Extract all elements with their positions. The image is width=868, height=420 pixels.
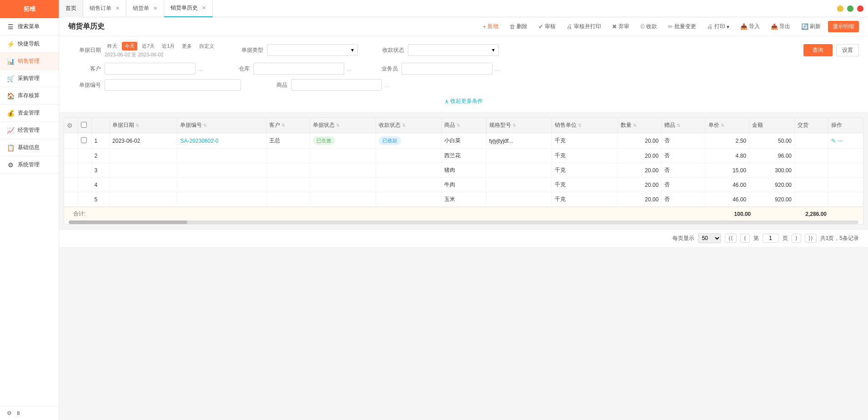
customer-input[interactable] xyxy=(105,63,196,75)
sidebar-item-operations[interactable]: 📈 经营管理 xyxy=(0,122,59,139)
next-page-button[interactable]: ⟩ xyxy=(792,234,801,243)
tab-sales-order-close[interactable]: ✕ xyxy=(115,5,120,11)
last-page-button[interactable]: ⟩⟩ xyxy=(805,234,817,243)
search-button[interactable]: 查询 xyxy=(803,44,833,56)
goods-input[interactable] xyxy=(291,79,382,91)
warehouse-input[interactable] xyxy=(253,63,344,75)
collect-button[interactable]: © 收款 xyxy=(637,21,661,32)
date-tag-7days[interactable]: 近7天 xyxy=(139,42,157,50)
print-button[interactable]: 🖨 打印 ▾ xyxy=(703,21,733,32)
cell-gift-0: 否 xyxy=(662,133,705,149)
refresh-button[interactable]: 🔄 刷新 xyxy=(798,21,824,32)
tab-sales-delivery-close[interactable]: ✕ xyxy=(153,5,157,11)
cell-customer-0: 王总 xyxy=(266,133,310,149)
first-page-button[interactable]: ⟨⟨ xyxy=(725,234,737,243)
tab-sales-order-label: 销售订单 xyxy=(90,5,111,12)
th-price[interactable]: 单价 ⇅ xyxy=(705,118,749,133)
select-all-checkbox[interactable] xyxy=(81,122,87,128)
salesperson-input[interactable] xyxy=(401,63,492,75)
th-gift[interactable]: 赠品 ⇅ xyxy=(662,118,705,133)
th-spec[interactable]: 规格型号 ⇅ xyxy=(486,118,552,133)
minimize-btn[interactable] xyxy=(837,5,843,12)
scrollbar-thumb[interactable] xyxy=(69,220,187,224)
tab-sales-history-close[interactable]: ✕ xyxy=(202,5,206,11)
summary-total-qty: 100.00 xyxy=(734,211,751,217)
date-tag-custom[interactable]: 自定义 xyxy=(196,42,217,50)
th-amount: 金额 xyxy=(749,118,795,133)
salesperson-dots[interactable]: ... xyxy=(495,65,500,72)
add-button[interactable]: + 新增 xyxy=(479,21,502,32)
customer-sort-icon: ⇅ xyxy=(281,123,285,128)
page-size-select[interactable]: 50 100 xyxy=(698,233,721,243)
delete-button[interactable]: 🗑 删除 xyxy=(506,21,531,32)
date-tag-more[interactable]: 更多 xyxy=(179,42,195,50)
table-settings-icon[interactable]: ⚙ xyxy=(67,122,73,129)
sidebar-item-sys-mgmt[interactable]: ⚙ 系统管理 xyxy=(0,156,59,174)
audit-icon: ✔ xyxy=(538,23,543,30)
export-button[interactable]: 📤 导出 xyxy=(767,21,794,32)
goods-dots[interactable]: ... xyxy=(384,81,390,89)
tab-home[interactable]: 首页 xyxy=(59,0,83,17)
th-doc-status[interactable]: 单据状态 ⇅ xyxy=(310,118,376,133)
audit-button[interactable]: ✔ 审核 xyxy=(535,21,559,32)
cell-date-1 xyxy=(110,149,177,163)
action-edit-0[interactable]: ✎ xyxy=(831,138,836,144)
abandon-button[interactable]: ✖ 弃审 xyxy=(608,21,633,32)
payment-status-select[interactable]: ▾ xyxy=(408,44,499,56)
horizontal-scrollbar[interactable] xyxy=(69,220,858,224)
audit-print-button[interactable]: 🖨 审核并打印 xyxy=(563,21,605,32)
maximize-btn[interactable] xyxy=(847,5,853,12)
warehouse-dots[interactable]: ... xyxy=(346,65,352,72)
docno-input[interactable] xyxy=(105,79,241,91)
collapse-filter-button[interactable]: ∧ 收起更多条件 xyxy=(68,95,859,107)
cell-unit-4: 千克 xyxy=(552,192,618,207)
sidebar: 拓维 ☰ 搜索菜单 ⚡ 快捷导航 📊 销售管理 🛒 采购管理 🏠 库存核算 💰 … xyxy=(0,0,59,420)
tab-sales-order[interactable]: 销售订单 ✕ xyxy=(83,0,126,17)
page-number-input[interactable] xyxy=(763,234,779,243)
prev-page-button[interactable]: ⟨ xyxy=(740,234,750,243)
cell-unit-1: 千克 xyxy=(552,149,618,163)
th-unit[interactable]: 销售单位 ⇅ xyxy=(552,118,618,133)
cell-settings-1 xyxy=(64,149,78,163)
doc-type-select[interactable]: ▾ xyxy=(267,44,358,56)
tab-sales-history[interactable]: 销货单历史 ✕ xyxy=(164,0,213,17)
sidebar-item-inventory[interactable]: 🏠 库存核算 xyxy=(0,87,59,105)
th-date[interactable]: 单据日期 ⇅ xyxy=(110,118,177,133)
sidebar-item-search-menu[interactable]: ☰ 搜索菜单 xyxy=(0,18,59,35)
display-detail-button[interactable]: 显示明细 xyxy=(828,21,859,32)
th-settings[interactable]: ⚙ xyxy=(64,118,78,133)
close-btn[interactable] xyxy=(857,5,863,12)
cell-price-4: 46.00 xyxy=(705,192,749,207)
th-customer[interactable]: 客户 ⇅ xyxy=(266,118,310,133)
cell-checkbox-2 xyxy=(78,163,91,178)
action-more-0[interactable]: ⋯ xyxy=(838,138,843,144)
add-icon: + xyxy=(483,23,487,30)
row-checkbox-0[interactable] xyxy=(81,137,87,143)
import-button[interactable]: 📥 导入 xyxy=(737,21,763,32)
th-goods[interactable]: 商品 ⇅ xyxy=(442,118,486,133)
cell-docno-1 xyxy=(177,149,266,163)
cell-price-3: 46.00 xyxy=(705,178,749,192)
salesperson-label: 业务员 xyxy=(365,65,401,73)
filter-setting-button[interactable]: 设置 xyxy=(836,44,859,56)
date-tag-today[interactable]: 今天 xyxy=(122,42,137,50)
sidebar-item-quick-nav[interactable]: ⚡ 快捷导航 xyxy=(0,35,59,53)
th-qty[interactable]: 数量 ⇅ xyxy=(617,118,661,133)
date-tag-yesterday[interactable]: 昨天 xyxy=(105,42,120,50)
sidebar-item-sales-mgmt[interactable]: 📊 销售管理 xyxy=(0,53,59,70)
cell-paymentstatus-4 xyxy=(376,192,442,207)
date-tag-1month[interactable]: 近1月 xyxy=(159,42,177,50)
sidebar-item-finance[interactable]: 💰 资金管理 xyxy=(0,105,59,122)
sidebar-item-basic-info[interactable]: 📋 基础信息 xyxy=(0,139,59,156)
tab-home-label: 首页 xyxy=(65,5,76,12)
cell-amount-2: 300.00 xyxy=(749,163,795,178)
cell-docstatus-0: 已生效 xyxy=(310,133,376,149)
finance-icon: 💰 xyxy=(7,110,14,117)
sidebar-item-purchase-mgmt[interactable]: 🛒 采购管理 xyxy=(0,70,59,87)
th-doc-no[interactable]: 单据编号 ⇅ xyxy=(177,118,266,133)
customer-dots[interactable]: ... xyxy=(198,65,203,72)
batch-change-button[interactable]: ✏ 批量变更 xyxy=(664,21,700,32)
sidebar-settings-btn[interactable]: ⚙ ⏸ xyxy=(0,406,59,420)
tab-sales-delivery[interactable]: 销货单 ✕ xyxy=(126,0,164,17)
th-payment-status[interactable]: 收款状态 ⇅ xyxy=(376,118,442,133)
